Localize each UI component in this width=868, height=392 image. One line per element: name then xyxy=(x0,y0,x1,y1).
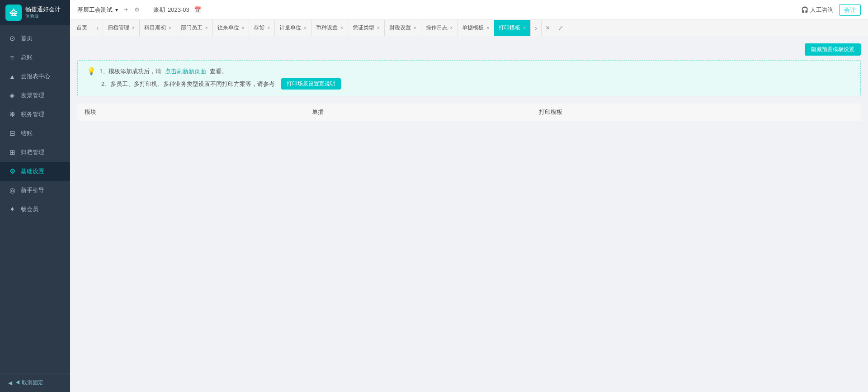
tab-single-form[interactable]: 单据模板 × xyxy=(458,20,494,36)
tab-close-all-btn[interactable]: × xyxy=(542,20,554,36)
tab-archive[interactable]: 归档管理 × xyxy=(103,20,140,36)
topbar-right: 🎧 人工咨询 会计 xyxy=(801,4,861,16)
tab-close-unit[interactable]: × xyxy=(304,25,307,30)
main-area: 基层工会测试 ▾ ＋ ⚙ 账期 2023-03 📅 🎧 人工咨询 会计 首页 ‹… xyxy=(70,0,868,392)
sidebar-item-invoice[interactable]: ◈ 发票管理 xyxy=(0,86,70,105)
archive-icon: ⊞ xyxy=(8,148,16,156)
sidebar-pin-toggle[interactable]: ◀ ◀ 取消固定 xyxy=(0,373,70,392)
sidebar-item-label: 归档管理 xyxy=(21,148,44,156)
sidebar-item-archive[interactable]: ⊞ 归档管理 xyxy=(0,143,70,162)
sidebar-item-label: 新手引导 xyxy=(21,186,44,194)
invoice-icon: ◈ xyxy=(8,91,16,99)
sidebar-item-label: 结账 xyxy=(21,129,33,137)
logo-sub: 体验版 xyxy=(25,13,61,19)
period-label: 账期 xyxy=(153,6,165,14)
service-label: 人工咨询 xyxy=(810,6,834,14)
company-selector[interactable]: 基层工会测试 ▾ xyxy=(77,6,118,14)
tab-partner[interactable]: 往来单位 × xyxy=(213,20,250,36)
member-icon: ✦ xyxy=(8,205,16,213)
explain-btn[interactable]: 打印场景设置宣说明 xyxy=(281,78,341,90)
tab-close-dept[interactable]: × xyxy=(205,25,208,30)
tab-currency[interactable]: 币种设置 × xyxy=(311,20,348,36)
company-name: 基层工会测试 xyxy=(77,6,113,14)
info-box: 💡 1、模板添加成功后，请 点击刷新新页面 查看。 2、多员工、多打印机、多种业… xyxy=(77,60,861,96)
tabbar: 首页 ‹ 归档管理 × 科目期初 × 部门员工 × 往来单位 × 存货 × 计量… xyxy=(70,20,868,36)
tab-prev-btn[interactable]: ‹ xyxy=(92,20,103,36)
tab-unit[interactable]: 计量单位 × xyxy=(275,20,311,36)
sidebar-item-report[interactable]: ▲ 云报表中心 xyxy=(0,67,70,86)
sidebar-item-label: 总账 xyxy=(21,53,33,61)
sidebar-item-close[interactable]: ⊟ 结账 xyxy=(0,124,70,143)
tab-op-log[interactable]: 操作日志 × xyxy=(421,20,458,36)
headset-icon: 🎧 xyxy=(801,6,808,13)
logo-area: 会 畅捷通好会计 体验版 xyxy=(0,0,70,25)
sidebar-item-label: 首页 xyxy=(21,34,33,43)
content-area: 隐藏预置模板设置 💡 1、模板添加成功后，请 点击刷新新页面 查看。 2、多员工… xyxy=(70,36,868,392)
print-template-table: 模块 单据 打印模板 xyxy=(77,104,861,121)
tab-home[interactable]: 首页 xyxy=(72,20,92,36)
info-line-1: 💡 1、模板添加成功后，请 点击刷新新页面 查看。 xyxy=(87,67,851,76)
period-selector[interactable]: 账期 2023-03 📅 xyxy=(153,6,201,14)
info-line1-suffix: 查看。 xyxy=(210,67,227,76)
service-button[interactable]: 🎧 人工咨询 xyxy=(801,6,834,14)
sidebar-item-label: 发票管理 xyxy=(21,91,44,99)
table-header-row: 模块 单据 打印模板 xyxy=(77,104,861,121)
tax-icon: ❋ xyxy=(8,110,16,118)
tab-close-subject[interactable]: × xyxy=(169,25,171,30)
sidebar-item-member[interactable]: ✦ 畅会员 xyxy=(0,200,70,219)
hide-preview-btn[interactable]: 隐藏预置模板设置 xyxy=(805,43,861,56)
tab-expand-btn[interactable]: ⤢ xyxy=(554,20,567,36)
sidebar-item-ledger[interactable]: ≡ 总账 xyxy=(0,48,70,67)
sidebar-item-home[interactable]: ⊙ 首页 xyxy=(0,29,70,48)
calendar-icon: 📅 xyxy=(194,6,201,13)
col-module: 模块 xyxy=(77,104,305,121)
tab-close-archive[interactable]: × xyxy=(132,25,135,30)
col-document: 单据 xyxy=(305,104,532,121)
company-settings-icon[interactable]: ⚙ xyxy=(134,6,140,13)
tab-stock[interactable]: 存货 × xyxy=(249,20,275,36)
sidebar-item-guide[interactable]: ◎ 新手引导 xyxy=(0,181,70,200)
close-account-icon: ⊟ xyxy=(8,129,16,137)
tab-subject[interactable]: 科目期初 × xyxy=(140,20,176,36)
tab-voucher-type[interactable]: 凭证类型 × xyxy=(348,20,385,36)
sidebar-item-label: 畅会员 xyxy=(21,205,38,213)
refresh-link[interactable]: 点击刷新新页面 xyxy=(165,67,206,76)
info-line1-prefix: 1、模板添加成功后，请 xyxy=(99,67,161,76)
tab-tax-setting[interactable]: 财税设置 × xyxy=(385,20,421,36)
ledger-icon: ≡ xyxy=(8,54,16,61)
pin-icon: ◀ xyxy=(8,380,12,386)
add-company-icon[interactable]: ＋ xyxy=(123,5,130,14)
tab-next-btn[interactable]: › xyxy=(531,20,542,36)
sidebar-item-label: 云报表中心 xyxy=(21,72,50,80)
sidebar-item-settings[interactable]: ⚙ 基础设置 xyxy=(0,162,70,181)
sidebar-item-tax[interactable]: ❋ 税务管理 xyxy=(0,105,70,124)
logo-text: 畅捷通好会计 xyxy=(25,6,61,14)
sidebar-item-label: 基础设置 xyxy=(21,167,44,175)
topbar: 基层工会测试 ▾ ＋ ⚙ 账期 2023-03 📅 🎧 人工咨询 会计 xyxy=(70,0,868,20)
tab-close-currency[interactable]: × xyxy=(340,25,343,30)
tab-close-print-template[interactable]: × xyxy=(523,25,526,30)
tab-dept[interactable]: 部门员工 × xyxy=(176,20,213,36)
col-print-template: 打印模板 xyxy=(532,104,861,121)
sidebar-footer-label: ◀ 取消固定 xyxy=(15,379,43,387)
guide-icon: ◎ xyxy=(8,186,16,194)
bulb-icon: 💡 xyxy=(87,67,96,76)
tab-close-single-form[interactable]: × xyxy=(486,25,489,30)
company-dropdown-icon: ▾ xyxy=(115,7,118,13)
tab-close-op-log[interactable]: × xyxy=(450,25,453,30)
sidebar: 会 畅捷通好会计 体验版 ⊙ 首页 ≡ 总账 ▲ 云报表中心 ◈ 发票管理 ❋ … xyxy=(0,0,70,392)
tab-close-partner[interactable]: × xyxy=(242,25,245,30)
home-icon: ⊙ xyxy=(8,34,16,43)
tab-close-stock[interactable]: × xyxy=(267,25,270,30)
tab-print-template[interactable]: 打印模板 × xyxy=(494,20,531,36)
kuai-button[interactable]: 会计 xyxy=(839,4,861,16)
sidebar-item-label: 税务管理 xyxy=(21,110,44,118)
logo-icon: 会 xyxy=(5,5,22,21)
period-value: 2023-03 xyxy=(168,6,189,13)
sidebar-nav: ⊙ 首页 ≡ 总账 ▲ 云报表中心 ◈ 发票管理 ❋ 税务管理 ⊟ 结账 ⊞ 归… xyxy=(0,25,70,373)
info-line2-prefix: 2、多员工、多打印机、多种业务类型设置不同打印方案等，请参考 xyxy=(101,80,275,88)
tab-close-voucher-type[interactable]: × xyxy=(377,25,380,30)
settings-icon: ⚙ xyxy=(8,167,16,175)
tab-close-tax-setting[interactable]: × xyxy=(414,25,416,30)
report-icon: ▲ xyxy=(8,73,16,80)
